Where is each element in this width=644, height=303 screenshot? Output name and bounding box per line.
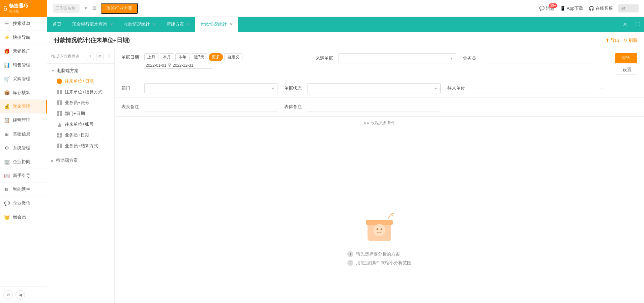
tab-payment-stats[interactable]: 付款情况统计✕ — [195, 17, 238, 32]
sidebar-item-operations[interactable]: 📋 经营管理 — [0, 114, 47, 127]
date-btn-this-month[interactable]: 本月 — [160, 53, 174, 61]
partner-settle-label: 往来单位+结算方式 — [65, 89, 103, 95]
sidebar-label-wechat: 企业微信 — [13, 200, 30, 206]
app-download-btn[interactable]: 📱 App下载 — [560, 5, 583, 11]
scheme-item-partner-date[interactable]: ○ 往来单位+日期 — [47, 76, 114, 87]
date-range-input[interactable] — [144, 62, 212, 69]
tab-close-bank[interactable]: ✕ — [110, 22, 113, 27]
scheme-add-btn[interactable]: + — [87, 53, 94, 60]
header-note-input[interactable] — [144, 102, 277, 112]
sidebar-icon-purchase: 🛒 — [3, 75, 10, 82]
partner-label: 往来单位 — [447, 85, 468, 91]
messages-btn[interactable]: 💬 消息 99+ — [539, 5, 555, 11]
status-select[interactable]: ▼ — [307, 83, 440, 93]
sidebar-item-basic[interactable]: ⊞ 基础信息 — [0, 127, 47, 141]
collapse-arrow-icon: ∧∧ — [363, 121, 370, 125]
partner-more-btn[interactable]: ··· — [601, 86, 604, 90]
filter-row-1: 单据日期 上月 本月 本年 近7天 更多 自定义 — [115, 49, 644, 79]
sidebar-item-purchase[interactable]: 🛒 采购管理 — [0, 72, 47, 86]
scheme-group-pc: ▼ 电脑端方案 ○ 往来单位+日期 往来单位+结算方式 — [47, 64, 114, 153]
date-label: 单据日期 — [121, 54, 142, 60]
staff-input[interactable] — [486, 53, 596, 63]
sidebar-icon-enterprise: 🏢 — [3, 158, 10, 165]
message-icon: 💬 — [539, 6, 545, 11]
collapse-more-btn[interactable]: ∧∧ 收起更多条件 — [115, 116, 644, 129]
query-btn[interactable]: 查询 — [615, 53, 637, 63]
sidebar-item-sales[interactable]: 📊 销售管理 — [0, 58, 47, 72]
tab-bar-end: ✕ ⛶ — [619, 21, 644, 28]
export-icon: ⬆ — [606, 38, 609, 43]
sidebar-item-marketing[interactable]: 🎁 营销推广 — [0, 44, 47, 58]
empty-tips: 1 请先选择要分析的方案 2 用[过滤]条件来缩小分析范围 — [347, 251, 411, 269]
scheme-item-staff-settle[interactable]: 业务员+结算方式 — [47, 141, 114, 151]
sidebar-item-hardware[interactable]: 🖥 智能硬件 — [0, 183, 47, 196]
tab-expand-btn[interactable]: ⛶ — [631, 22, 644, 27]
scheme-settings-btn[interactable]: ⚙ — [96, 53, 104, 60]
sidebar-item-system[interactable]: ⚙ 系统管理 — [0, 141, 47, 155]
trial-btn[interactable]: 体验行业方案 — [101, 3, 138, 14]
sidebar-label-basic: 基础信息 — [13, 131, 30, 137]
sidebar-item-fund[interactable]: 💰 资金管理 — [0, 100, 47, 114]
date-buttons: 上月 本月 本年 近7天 更多 自定义 — [144, 53, 242, 61]
refresh-btn[interactable]: ↻ 刷新 — [623, 37, 637, 43]
filter-settings-btn[interactable]: 设置 — [617, 65, 637, 75]
export-btn[interactable]: ⬆ 导出 — [606, 37, 619, 43]
scheme-item-partner-settle[interactable]: 往来单位+结算方式 — [47, 87, 114, 97]
sidebar-settings-btn[interactable]: ⚙ — [3, 290, 13, 300]
dept-arrow-icon: ▼ — [271, 87, 274, 90]
partner-input[interactable] — [470, 83, 596, 93]
sidebar-item-quick-nav[interactable]: ⚡ 快捷导航 — [0, 31, 47, 44]
sidebar-icon-inventory: 📦 — [3, 89, 10, 96]
sidebar-label-enterprise: 企业协同 — [13, 159, 30, 165]
sidebar-icon-basic: ⊞ — [3, 131, 10, 138]
partner-account-label: 往来单位+账号 — [65, 121, 94, 127]
tab-close-all-btn[interactable]: ✕ — [619, 21, 631, 28]
svg-point-2 — [373, 224, 385, 236]
sidebar-item-guide[interactable]: 📖 新手引导 — [0, 169, 47, 183]
staff-settle-label: 业务员+结算方式 — [65, 143, 98, 149]
sidebar-logo-text: 畅捷通巧 — [9, 3, 28, 9]
scheme-item-staff-account[interactable]: 业务员+账号 — [47, 97, 114, 108]
scheme-item-dept-date[interactable]: 部门+日期 — [47, 108, 114, 119]
tab-new-scheme[interactable]: 新建方案✕ — [161, 17, 195, 32]
status-group: 单据状态 ▼ — [284, 83, 440, 93]
mobile-group-label: 移动端方案 — [56, 157, 78, 163]
date-btn-custom[interactable]: 自定义 — [224, 53, 242, 61]
online-service-btn[interactable]: 🎧 在线客服 — [589, 5, 613, 11]
dept-select[interactable]: ▼ — [144, 83, 277, 93]
date-btn-this-year[interactable]: 本年 — [175, 53, 189, 61]
date-btn-more[interactable]: 更多 — [209, 53, 223, 61]
sidebar-item-enterprise[interactable]: 🏢 企业协同 — [0, 155, 47, 169]
date-btn-7days[interactable]: 近7天 — [191, 53, 207, 61]
scheme-group-pc-header[interactable]: ▼ 电脑端方案 — [47, 66, 114, 76]
staff-more-btn[interactable]: ··· — [601, 56, 604, 60]
sidebar-item-wechat[interactable]: 💬 企业微信 — [0, 196, 47, 210]
source-arrow-icon: ▼ — [450, 57, 453, 60]
date-btn-last-month[interactable]: 上月 — [144, 53, 158, 61]
settings-icon[interactable]: ⚙ — [92, 5, 97, 11]
tab-bank[interactable]: 现金银行流水查询✕ — [67, 17, 118, 32]
tab-close-receipt-stats[interactable]: ✕ — [153, 22, 156, 27]
tab-close-payment-stats[interactable]: ✕ — [230, 22, 233, 27]
sidebar-item-inventory[interactable]: 📦 库存核算 — [0, 86, 47, 100]
source-select[interactable]: ▼ — [339, 53, 456, 63]
scheme-panel-collapse-btn[interactable]: 《 — [106, 53, 110, 59]
sidebar-icon-guide: 📖 — [3, 172, 10, 179]
tab-receipt-stats[interactable]: 收款情况统计✕ — [118, 17, 161, 32]
status-arrow-icon: ▼ — [434, 87, 438, 90]
sidebar-item-search-menu[interactable]: ☰ 搜索菜单 — [0, 17, 47, 31]
scheme-item-staff-date[interactable]: 业务员+日期 — [47, 130, 114, 141]
tab-home[interactable]: 首页 — [47, 17, 67, 32]
svg-line-5 — [388, 214, 391, 219]
body-note-group: 表体备注 — [284, 102, 440, 112]
workspace-arrow[interactable]: ▼ — [84, 6, 88, 11]
sidebar-item-member[interactable]: 👑 畅会员 — [0, 210, 47, 224]
scheme-group-mobile-header[interactable]: ▶ 移动端方案 — [47, 155, 114, 165]
user-avatar[interactable]: Rit — [618, 4, 639, 12]
empty-illustration — [359, 211, 400, 244]
tab-close-new-scheme[interactable]: ✕ — [187, 22, 190, 27]
svg-line-7 — [391, 213, 394, 214]
body-note-input[interactable] — [307, 102, 440, 112]
scheme-item-partner-account[interactable]: 往来单位+账号 — [47, 119, 114, 130]
sidebar-collapse-btn[interactable]: ◀ — [16, 290, 25, 300]
